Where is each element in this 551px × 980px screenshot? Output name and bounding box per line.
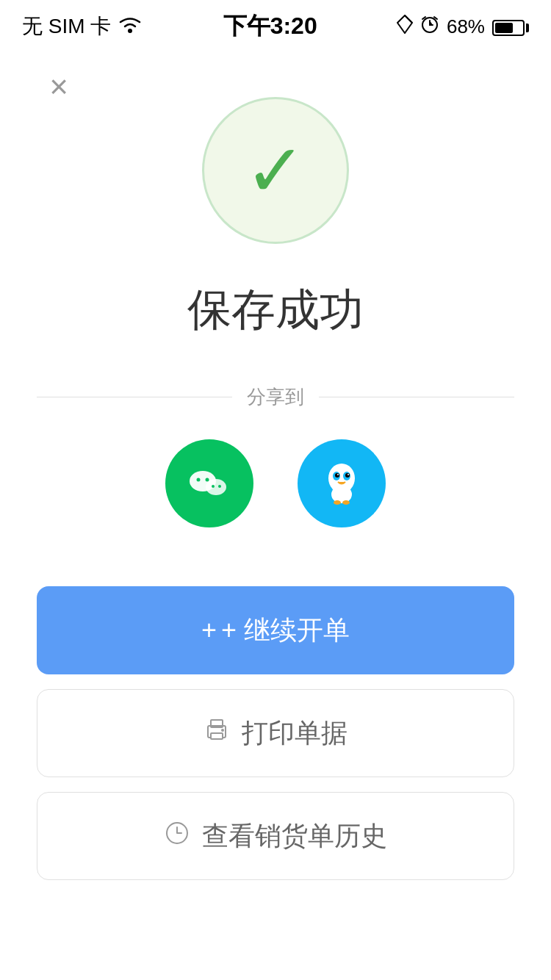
- svg-point-13: [337, 474, 339, 475]
- print-label: 打印单据: [242, 716, 347, 752]
- status-left: 无 SIM 卡: [22, 12, 143, 40]
- status-time: 下午3:20: [223, 10, 317, 43]
- printer-icon: [204, 717, 230, 750]
- status-bar: 无 SIM 卡 下午3:20 68%: [0, 0, 551, 53]
- svg-point-16: [335, 489, 348, 500]
- checkmark-icon: ✓: [245, 134, 306, 207]
- location-icon: [397, 15, 413, 39]
- actions-section: + + 继续开单 打印单据 查看销货单历: [0, 586, 551, 880]
- svg-point-11: [335, 473, 339, 478]
- share-icons-row: [37, 439, 514, 527]
- wechat-share-button[interactable]: [165, 439, 253, 527]
- continue-label: + 继续开单: [221, 613, 350, 649]
- svg-point-5: [206, 478, 209, 482]
- svg-point-4: [197, 478, 201, 482]
- svg-point-22: [221, 729, 224, 732]
- divider-row: 分享到: [37, 384, 514, 410]
- plus-icon: +: [201, 615, 217, 646]
- divider-line-left: [37, 397, 232, 397]
- alarm-icon: [420, 15, 439, 39]
- success-title: 保存成功: [187, 281, 364, 340]
- battery-percent: 68%: [447, 15, 485, 38]
- print-button[interactable]: 打印单据: [37, 689, 514, 777]
- history-label: 查看销货单历史: [202, 818, 387, 854]
- svg-point-14: [347, 474, 349, 475]
- svg-point-17: [334, 500, 341, 505]
- share-label: 分享到: [247, 384, 304, 410]
- continue-button[interactable]: + + 继续开单: [37, 586, 514, 674]
- wifi-icon: [117, 15, 143, 39]
- close-button[interactable]: ×: [37, 65, 81, 109]
- history-icon: [164, 820, 190, 853]
- divider-line-right: [319, 397, 514, 397]
- svg-point-18: [342, 500, 350, 505]
- share-section: 分享到: [0, 384, 551, 527]
- svg-point-0: [128, 29, 132, 33]
- qq-share-button[interactable]: [298, 439, 386, 527]
- svg-rect-21: [211, 733, 223, 739]
- close-icon: ×: [49, 71, 68, 103]
- history-button[interactable]: 查看销货单历史: [37, 792, 514, 880]
- svg-point-6: [212, 485, 215, 488]
- svg-point-12: [345, 473, 350, 478]
- battery-icon: [492, 15, 529, 38]
- svg-point-7: [218, 485, 221, 488]
- main-content: ✓ 保存成功 分享到: [0, 53, 551, 880]
- no-sim-text: 无 SIM 卡: [22, 12, 111, 40]
- status-right: 68%: [397, 15, 529, 39]
- svg-point-3: [206, 479, 226, 495]
- success-circle: ✓: [202, 97, 349, 244]
